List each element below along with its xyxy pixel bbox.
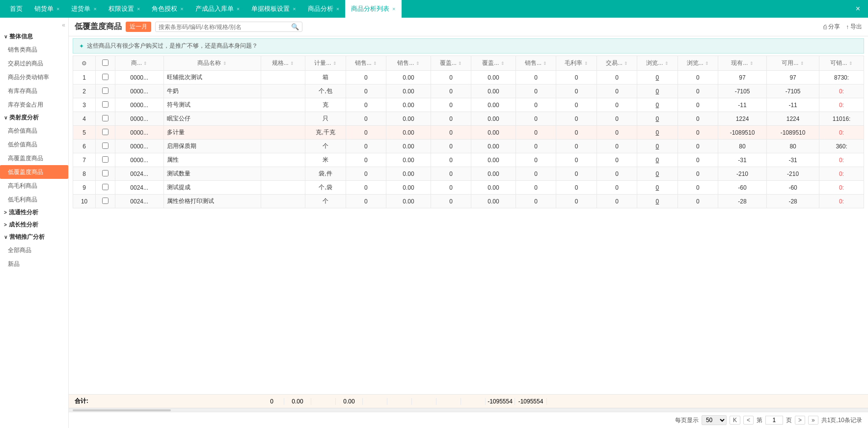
- close-icon[interactable]: ×: [93, 6, 96, 12]
- sidebar-item-high-margin[interactable]: 高毛利商品: [0, 179, 68, 193]
- row-checkbox[interactable]: [96, 126, 115, 140]
- sidebar-item-low-margin[interactable]: 低毛利商品: [0, 193, 68, 206]
- sidebar-item-traded-goods[interactable]: 交易过的商品: [0, 57, 68, 70]
- row-num: 7: [73, 153, 96, 167]
- sidebar-section-circulation[interactable]: > 流通性分析: [0, 206, 68, 219]
- row-checkbox[interactable]: [96, 167, 115, 181]
- code-column-header[interactable]: 商... ⇕: [115, 56, 163, 71]
- total-available: -1095554: [515, 398, 547, 405]
- close-icon[interactable]: ×: [137, 6, 140, 12]
- page-size-select[interactable]: 50 100 200: [702, 415, 727, 425]
- export-button[interactable]: ↑ 导出: [846, 23, 862, 31]
- prev-page-button[interactable]: <: [743, 416, 754, 425]
- sidebar-item-low-value[interactable]: 低价值商品: [0, 138, 68, 151]
- sidebar-item-all-goods[interactable]: 全部商品: [0, 243, 68, 257]
- next-page-button[interactable]: >: [795, 416, 805, 425]
- sidebar-section-marketing[interactable]: ∨ 营销推广分析: [0, 231, 68, 243]
- sidebar-section-coverage[interactable]: ∨ 类射度分析: [0, 112, 68, 124]
- last-page-button[interactable]: »: [808, 416, 818, 425]
- sidebar-item-high-value[interactable]: 高价值商品: [0, 124, 68, 138]
- cov1-column-header[interactable]: 覆盖... ⇕: [431, 56, 471, 71]
- trans-column-header[interactable]: 交易... ⇕: [597, 56, 637, 71]
- horizontal-scrollbar[interactable]: [73, 409, 171, 411]
- available-column-header[interactable]: 可用... ⇕: [766, 56, 819, 71]
- browse-link[interactable]: 0: [656, 198, 659, 205]
- nav-permission-settings[interactable]: 权限设置 ×: [103, 0, 146, 18]
- browse-link[interactable]: 0: [656, 74, 659, 81]
- row-checkbox[interactable]: [96, 98, 115, 112]
- sidebar-item-high-coverage[interactable]: 高覆盖度商品: [0, 151, 68, 165]
- row-browse1: 0: [637, 181, 678, 195]
- select-all-checkbox[interactable]: [102, 59, 108, 66]
- nav-product-warehouse[interactable]: 产成品入库单 ×: [190, 0, 245, 18]
- row-browse2: 0: [678, 181, 718, 195]
- row-checkbox[interactable]: [96, 71, 115, 85]
- sidebar-item-new-goods[interactable]: 新品: [0, 257, 68, 271]
- sales2-column-header[interactable]: 销售... ⇕: [386, 56, 431, 71]
- row-sales3: 0: [515, 85, 556, 98]
- sales3-column-header[interactable]: 销售... ⇕: [515, 56, 556, 71]
- browse-link[interactable]: 0: [656, 115, 659, 122]
- row-margin: 0: [556, 112, 597, 126]
- row-checkbox[interactable]: [96, 195, 115, 208]
- row-sales3: 0: [515, 167, 556, 181]
- nav-template-settings[interactable]: 单据模板设置 ×: [245, 0, 301, 18]
- browse-link[interactable]: 0: [656, 88, 659, 95]
- row-spec: [261, 85, 305, 98]
- page-number-input[interactable]: [765, 416, 783, 425]
- sidebar-section-growth[interactable]: > 成长性分析: [0, 219, 68, 231]
- row-checkbox[interactable]: [96, 112, 115, 126]
- spec-column-header[interactable]: 规格... ⇕: [261, 56, 305, 71]
- browse-link[interactable]: 0: [656, 129, 659, 136]
- sidebar-item-category-rate[interactable]: 商品分类动销率: [0, 70, 68, 84]
- row-sales2: 0.00: [386, 71, 431, 85]
- close-icon[interactable]: ×: [336, 6, 339, 12]
- nav-home[interactable]: 首页: [4, 0, 28, 18]
- sidebar-collapse-button[interactable]: «: [0, 18, 68, 30]
- browse-link[interactable]: 0: [656, 184, 659, 191]
- settings-column-header[interactable]: ⚙: [73, 56, 96, 71]
- sidebar-item-inventory-capital[interactable]: 库存资金占用: [0, 98, 68, 112]
- time-filter-button[interactable]: 近一月: [126, 22, 151, 32]
- browse-link[interactable]: 0: [656, 157, 659, 164]
- cov2-column-header[interactable]: 覆盖... ⇕: [471, 56, 516, 71]
- sidebar-item-in-stock[interactable]: 有库存商品: [0, 84, 68, 98]
- browse-link[interactable]: 0: [656, 143, 659, 150]
- sellable-column-header[interactable]: 可销... ⇕: [819, 56, 864, 71]
- nav-product-analysis[interactable]: 商品分析 ×: [302, 0, 345, 18]
- row-checkbox[interactable]: [96, 85, 115, 98]
- share-button[interactable]: ⎙ 分享: [823, 23, 840, 31]
- checkbox-column-header[interactable]: [96, 56, 115, 71]
- row-checkbox[interactable]: [96, 181, 115, 195]
- row-checkbox[interactable]: [96, 153, 115, 167]
- close-icon[interactable]: ×: [180, 6, 183, 12]
- row-code: 0024...: [115, 181, 163, 195]
- row-browse2: 0: [678, 153, 718, 167]
- browse1-column-header[interactable]: 浏览... ⇕: [637, 56, 678, 71]
- nav-role-auth[interactable]: 角色授权 ×: [146, 0, 189, 18]
- total-sales1: 0: [260, 398, 284, 405]
- sales1-column-header[interactable]: 销售... ⇕: [346, 56, 386, 71]
- close-icon[interactable]: ×: [392, 6, 395, 12]
- close-icon[interactable]: ×: [237, 6, 240, 12]
- browse2-column-header[interactable]: 浏览... ⇕: [678, 56, 718, 71]
- nav-purchase-order[interactable]: 进货单 ×: [65, 0, 102, 18]
- unit-column-header[interactable]: 计量... ⇕: [305, 56, 346, 71]
- nav-product-analysis-list[interactable]: 商品分析列表 ×: [345, 0, 401, 18]
- margin-column-header[interactable]: 毛利率 ⇕: [556, 56, 597, 71]
- row-cov1: 0: [431, 153, 471, 167]
- close-icon[interactable]: ×: [293, 6, 296, 12]
- first-page-button[interactable]: K: [730, 416, 740, 425]
- nav-sales-order[interactable]: 销货单 ×: [28, 0, 65, 18]
- sidebar-section-overview[interactable]: ∨ 整体信息: [0, 30, 68, 43]
- search-input[interactable]: [159, 24, 289, 30]
- current-column-header[interactable]: 现有... ⇕: [718, 56, 767, 71]
- browse-link[interactable]: 0: [656, 102, 659, 109]
- browse-link[interactable]: 0: [656, 171, 659, 177]
- row-checkbox[interactable]: [96, 140, 115, 153]
- close-all-button[interactable]: ×: [852, 4, 864, 13]
- sidebar-item-low-coverage[interactable]: 低覆盖度商品: [0, 165, 68, 179]
- sidebar-item-sales-goods[interactable]: 销售类商品: [0, 43, 68, 57]
- name-column-header[interactable]: 商品名称 ⇕: [163, 56, 261, 71]
- close-icon[interactable]: ×: [56, 6, 59, 12]
